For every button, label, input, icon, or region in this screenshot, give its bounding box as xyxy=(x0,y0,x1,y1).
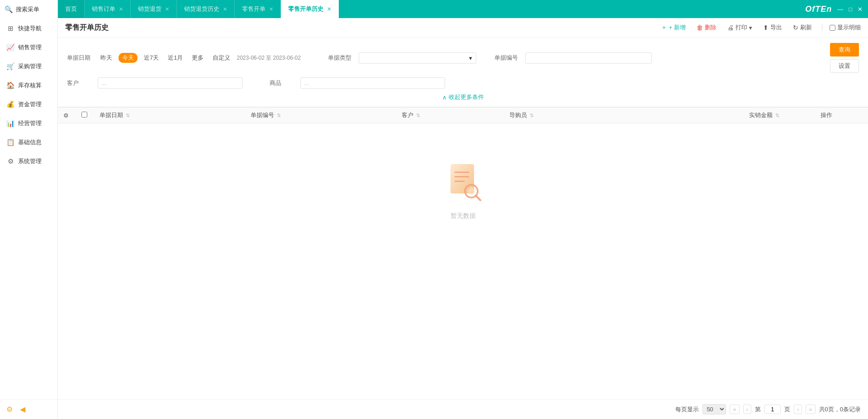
display-detail-input[interactable] xyxy=(830,25,835,31)
table-col-salesperson[interactable]: 导购员 ⇅ xyxy=(504,108,633,123)
sidebar-item-label: 快捷导航 xyxy=(18,24,42,33)
doc-type-select[interactable]: ▾ xyxy=(359,52,476,64)
sidebar-item-purchase-mgmt[interactable]: 🛒 采购管理 xyxy=(0,57,57,76)
tab-retail-history-close[interactable]: ✕ xyxy=(327,6,331,12)
sidebar-item-label: 资金管理 xyxy=(18,100,42,108)
doc-type-filter-group: 单据类型 ▾ xyxy=(328,52,476,64)
close-btn[interactable]: ✕ xyxy=(858,6,863,13)
number-sort-icon: ⇅ xyxy=(277,113,281,118)
tab-retail-history[interactable]: 零售开单历史 ✕ xyxy=(281,0,339,18)
sidebar-item-label: 库存核算 xyxy=(18,81,42,89)
add-label: + 新增 xyxy=(669,24,686,32)
goods-select[interactable]: ... xyxy=(300,77,445,89)
toolbar-actions: ＋ + 新增 🗑 删除 🖨 打印 ▾ ⬆ 导出 ↻ xyxy=(658,22,861,33)
sidebar-item-label: 采购管理 xyxy=(18,62,42,71)
table-col-action-label: 操作 xyxy=(821,112,832,118)
sidebar-nav: ⊞ 快捷导航 📈 销售管理 🛒 采购管理 🏠 库存核算 💰 资金管理 📊 经营管… xyxy=(0,19,57,399)
empty-text: 暂无数据 xyxy=(451,212,476,220)
refresh-button[interactable]: ↻ 刷新 xyxy=(790,22,815,33)
sidebar-item-operations[interactable]: 📊 经营管理 xyxy=(0,114,57,133)
table-select-all[interactable] xyxy=(81,112,87,118)
per-page-select[interactable]: 50 10 20 100 xyxy=(702,404,726,414)
date-option-custom[interactable]: 自定义 xyxy=(210,53,233,63)
customer-sort-icon: ⇅ xyxy=(416,113,420,118)
table-col-checkbox[interactable] xyxy=(76,108,94,123)
print-button[interactable]: 🖨 打印 ▾ xyxy=(725,22,755,33)
table-col-customer-label: 客户 xyxy=(402,112,413,118)
sidebar-item-inventory[interactable]: 🏠 库存核算 xyxy=(0,76,57,95)
table-col-number[interactable]: 单据编号 ⇅ xyxy=(245,108,396,123)
doc-number-input[interactable] xyxy=(525,52,652,64)
page-first-btn[interactable]: « xyxy=(730,405,739,414)
date-option-more[interactable]: 更多 xyxy=(189,53,206,63)
table-col-customer[interactable]: 客户 ⇅ xyxy=(396,108,504,123)
delete-button[interactable]: 🗑 删除 xyxy=(694,22,719,33)
goods-filter-group: 商品 ... xyxy=(270,77,445,89)
page-prev-btn[interactable]: ‹ xyxy=(743,405,751,414)
tab-sales-return[interactable]: 销货退货 ✕ xyxy=(131,0,177,18)
toolbar-divider xyxy=(822,24,822,31)
filter-row-2: 客户 ... 商品 ... xyxy=(67,77,859,89)
sys-mgmt-icon: ⚙ xyxy=(6,157,14,165)
export-label: 导出 xyxy=(770,24,782,32)
tab-sales-return-close[interactable]: ✕ xyxy=(165,6,169,12)
tab-home[interactable]: 首页 xyxy=(58,0,85,18)
tab-sales-order-close[interactable]: ✕ xyxy=(119,6,123,12)
date-option-today[interactable]: 今天 xyxy=(119,53,138,63)
sidebar-search-label: 搜索采单 xyxy=(16,5,39,14)
doc-number-filter-group: 单据编号 xyxy=(494,52,652,64)
date-option-yesterday[interactable]: 昨天 xyxy=(98,53,115,63)
export-button[interactable]: ⬆ 导出 xyxy=(760,22,785,33)
sidebar-item-finance[interactable]: 💰 资金管理 xyxy=(0,95,57,114)
customer-placeholder: ... xyxy=(102,80,107,86)
sidebar-item-sales-mgmt[interactable]: 📈 销售管理 xyxy=(0,38,57,57)
setting-button[interactable]: 设置 xyxy=(830,59,859,73)
goods-placeholder: ... xyxy=(304,80,309,86)
tab-retail-open-close[interactable]: ✕ xyxy=(269,6,273,12)
page-last-btn[interactable]: » xyxy=(806,405,815,414)
sidebar-item-basic-info[interactable]: 📋 基础信息 xyxy=(0,133,57,152)
customer-label: 客户 xyxy=(67,79,94,87)
tab-sales-return-history-close[interactable]: ✕ xyxy=(223,6,227,12)
minimize-btn[interactable]: — xyxy=(837,6,843,13)
date-option-1month[interactable]: 近1月 xyxy=(165,53,185,63)
table-col-date[interactable]: 单据日期 ⇅ xyxy=(94,108,245,123)
display-detail-checkbox[interactable]: 显示明细 xyxy=(830,24,861,32)
sidebar-item-sys-mgmt[interactable]: ⚙ 系统管理 xyxy=(0,152,57,171)
print-arrow-icon: ▾ xyxy=(749,24,752,31)
tab-home-label: 首页 xyxy=(65,5,77,13)
maximize-btn[interactable]: □ xyxy=(849,6,852,13)
sidebar-item-quick-nav[interactable]: ⊞ 快捷导航 xyxy=(0,19,57,38)
print-label: 打印 xyxy=(735,24,747,32)
collapse-button[interactable]: ∧ 收起更多条件 xyxy=(442,93,484,101)
footer-settings-icon[interactable]: ⚙ xyxy=(6,405,13,414)
content-area: 零售开单历史 ＋ + 新增 🗑 删除 🖨 打印 ▾ ⬆ 导出 xyxy=(58,18,868,419)
tab-sales-return-history-label: 销货退货历史 xyxy=(184,5,219,13)
customer-select[interactable]: ... xyxy=(98,77,242,89)
query-button[interactable]: 查询 xyxy=(830,43,859,56)
operations-icon: 📊 xyxy=(6,119,14,127)
tab-right-actions: OfTEn — □ ✕ xyxy=(805,0,868,18)
filter-collapse-row: ∧ 收起更多条件 xyxy=(67,93,859,101)
table-col-amount-label: 实销金额 xyxy=(749,112,773,118)
finance-icon: 💰 xyxy=(6,100,14,108)
table-col-amount[interactable]: 实销金额 ⇅ xyxy=(634,108,785,123)
delete-icon: 🗑 xyxy=(697,24,703,31)
sidebar-search[interactable]: 🔍 搜索采单 xyxy=(0,0,57,19)
tab-sales-return-history[interactable]: 销货退货历史 ✕ xyxy=(177,0,235,18)
add-button[interactable]: ＋ + 新增 xyxy=(658,22,688,33)
page-next-btn[interactable]: › xyxy=(794,405,802,414)
footer-collapse-icon[interactable]: ◀ xyxy=(20,405,25,414)
page-input[interactable] xyxy=(764,405,781,414)
table-col-settings[interactable]: ⚙ xyxy=(58,108,76,123)
date-option-7days[interactable]: 近7天 xyxy=(141,53,161,63)
add-icon: ＋ xyxy=(661,24,667,32)
filter-area: 单据日期 昨天 今天 近7天 近1月 更多 自定义 2023-06-02 至 2… xyxy=(58,38,868,107)
page-prefix: 第 xyxy=(755,405,761,414)
purchase-mgmt-icon: 🛒 xyxy=(6,62,14,71)
table-col-action: 操作 xyxy=(785,108,868,123)
tab-sales-order[interactable]: 销售订单 ✕ xyxy=(85,0,131,18)
tab-sales-order-label: 销售订单 xyxy=(92,5,115,13)
svg-line-5 xyxy=(476,196,480,200)
tab-retail-open[interactable]: 零售开单 ✕ xyxy=(235,0,281,18)
